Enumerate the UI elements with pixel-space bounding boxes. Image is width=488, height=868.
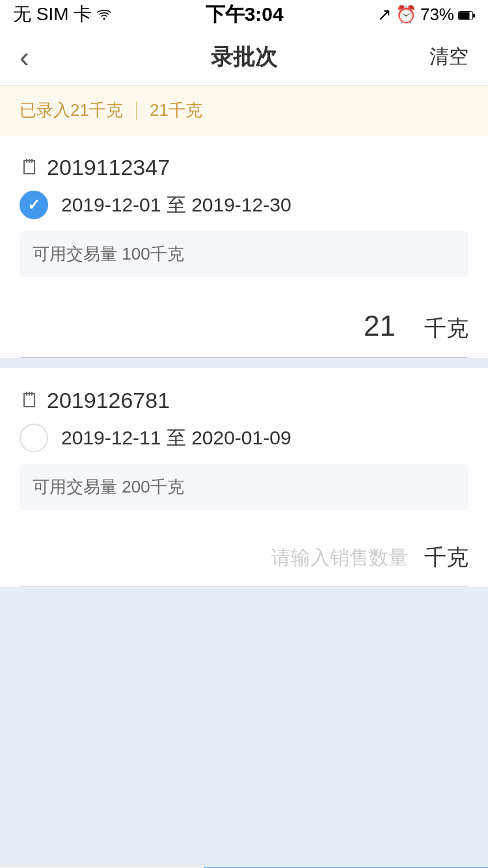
clear-button[interactable]: 清空	[429, 44, 468, 70]
sales-quantity-input[interactable]	[20, 547, 418, 569]
batch-date-2: 2019-12-11 至 2020-01-09	[61, 425, 291, 452]
amount-unit-1: 千克	[424, 314, 468, 344]
status-right: ↗ ⏰ 73%	[377, 5, 475, 25]
status-time: 下午3:04	[206, 1, 284, 28]
page-title: 录批次	[211, 42, 277, 72]
carrier-text: 无 SIM 卡	[13, 2, 92, 27]
battery-percent: 73%	[420, 5, 454, 25]
batch-id-1: 2019112347	[47, 155, 170, 180]
location-icon: ↗	[377, 5, 392, 25]
svg-rect-2	[459, 12, 470, 19]
empty-area	[0, 587, 488, 867]
info-banner: 已录入21千克 21千克	[0, 86, 488, 135]
battery-icon	[458, 5, 475, 25]
amount-row-1: 21 千克	[0, 297, 488, 357]
batch-doc-icon-2: 🗒	[20, 388, 40, 413]
batch-availability-1: 可用交易量 100千克	[20, 231, 468, 277]
status-carrier: 无 SIM 卡	[13, 2, 111, 27]
batch-card-2: 🗒 2019126781 2019-12-11 至 2020-01-09 可用交…	[0, 368, 488, 587]
recorded-value: 21千克	[150, 99, 202, 122]
section-separator	[0, 358, 488, 368]
nav-bar: ‹ 录批次 清空	[0, 29, 488, 86]
wifi-icon	[97, 4, 111, 25]
batch-id-2: 2019126781	[47, 388, 170, 413]
recorded-label: 已录入21千克	[20, 99, 123, 122]
batch-card-1: 🗒 2019112347 2019-12-01 至 2019-12-30 可用交…	[0, 135, 488, 358]
input-row-2: 千克	[0, 530, 488, 586]
svg-rect-1	[473, 14, 475, 18]
batch-date-1: 2019-12-01 至 2019-12-30	[61, 192, 291, 219]
batch-radio-2[interactable]	[20, 424, 48, 452]
back-icon: ‹	[20, 41, 29, 73]
amount-value-1: 21	[364, 310, 396, 342]
batch-availability-2: 可用交易量 200千克	[20, 464, 468, 510]
input-unit-2: 千克	[424, 543, 468, 573]
alarm-icon: ⏰	[396, 5, 416, 25]
banner-divider	[136, 102, 137, 120]
batch-radio-1[interactable]	[20, 191, 48, 219]
status-bar: 无 SIM 卡 下午3:04 ↗ ⏰ 73%	[0, 0, 488, 29]
batch-doc-icon-1: 🗒	[20, 156, 40, 180]
back-button[interactable]: ‹	[20, 41, 59, 74]
